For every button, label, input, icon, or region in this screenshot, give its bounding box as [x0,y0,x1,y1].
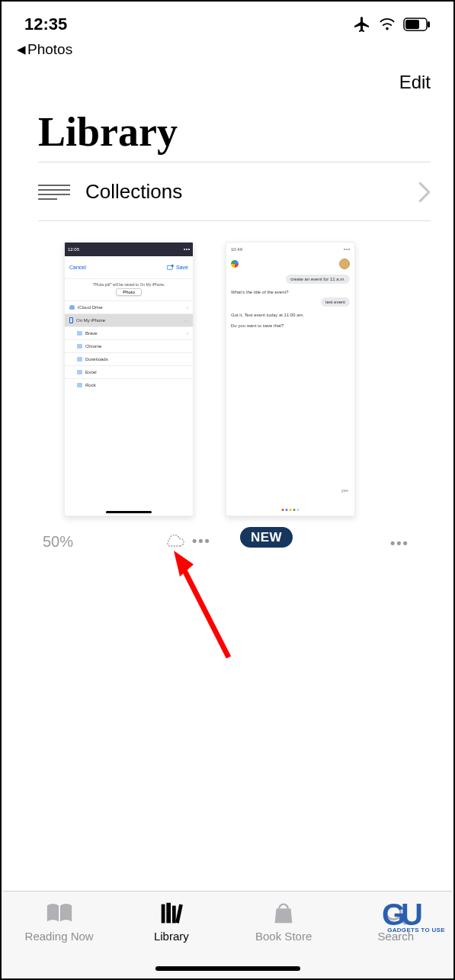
folder-plus-icon [167,265,174,270]
svg-marker-6 [174,551,194,577]
bookshelf-icon [157,901,186,927]
tab-label: Library [154,930,189,943]
svg-rect-10 [175,904,183,924]
svg-line-5 [181,564,229,657]
list-icon [38,185,70,200]
cover1-save: Save [176,265,188,270]
watermark-logo: GU GADGETS TO USE [382,902,450,957]
cover1-chip: Photo [116,288,142,296]
more-button[interactable]: ••• [390,535,409,551]
back-to-app-button[interactable]: ◀ Photos [17,41,72,58]
tab-label: Reading Now [25,930,94,943]
book-cover[interactable]: 12:05 Cancel Save "Photo.pdf" will be sa… [64,242,194,516]
library-grid: 12:05 Cancel Save "Photo.pdf" will be sa… [64,242,414,516]
status-time: 12:35 [24,14,67,34]
status-icons [353,15,431,34]
annotation-arrow-icon [168,551,244,665]
divider [38,220,431,221]
status-bar: 12:35 [2,2,453,47]
tab-book-store[interactable]: Book Store [228,892,340,978]
collections-label: Collections [85,180,418,204]
battery-icon [403,18,431,31]
tab-label: Book Store [255,930,312,943]
svg-point-4 [171,265,174,267]
back-label: Photos [27,41,72,58]
chat-yes: yes [341,488,348,493]
back-caret-icon: ◀ [17,43,26,56]
cover1-cancel: Cancel [69,265,86,270]
home-indicator[interactable] [155,966,300,971]
new-badge: NEW [240,527,293,548]
book-item[interactable]: 10:49 create an event for 11 a.m. What's… [226,242,355,516]
avatar [339,259,350,269]
home-indicator-thumb [106,511,152,513]
airplane-mode-icon [353,15,371,34]
chat-bubble: test event [321,297,350,307]
cover2-time: 10:49 [231,247,242,252]
tab-library[interactable]: Library [115,892,227,978]
chat-text: Got it, Test event today at 11:00 am. [231,313,350,317]
chat-text: What's the title of the event? [231,290,350,294]
book-item[interactable]: 12:05 Cancel Save "Photo.pdf" will be sa… [64,242,194,516]
book-cover[interactable]: 10:49 create an event for 11 a.m. What's… [226,242,355,516]
svg-rect-7 [162,904,165,924]
tab-reading-now[interactable]: Reading Now [3,892,115,978]
svg-rect-1 [405,20,419,29]
svg-rect-8 [166,903,171,924]
wifi-icon [377,16,397,33]
assistant-logo-icon [231,260,239,268]
book-progress: 50% [43,533,73,551]
chat-text: Do you want to save that? [231,323,350,328]
cloud-download-icon[interactable] [165,534,184,549]
chat-bubble: create an event for 11 a.m. [286,275,350,284]
svg-rect-9 [172,906,176,924]
shopping-bag-icon [269,901,298,927]
svg-rect-2 [428,21,430,27]
collections-row[interactable]: Collections [38,163,431,220]
edit-button[interactable]: Edit [399,72,431,93]
chevron-right-icon [418,182,431,202]
cover1-message: "Photo.pdf" will be saved to On My iPhon… [65,279,193,288]
divider [38,162,431,162]
open-book-icon [45,901,74,927]
page-title: Library [38,108,178,156]
more-button[interactable]: ••• [192,533,211,549]
cover1-time: 12:05 [68,247,79,252]
